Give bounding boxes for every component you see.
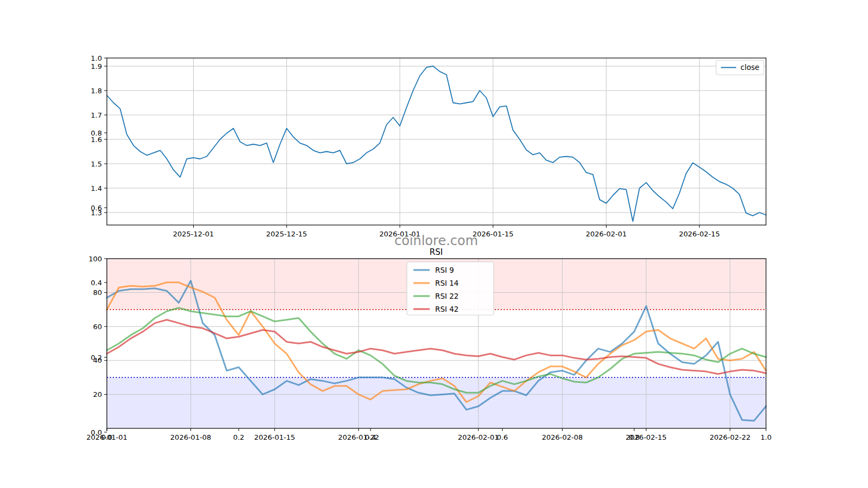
- rsi-legend-label: RSI 14: [435, 279, 458, 287]
- plot-border: [107, 58, 766, 225]
- price-x-tick-label: 2026-02-01: [586, 230, 627, 238]
- figure-y-tick-label: 0.2: [91, 354, 102, 362]
- price-y-tick-label: 1.4: [91, 184, 102, 192]
- price-y-tick-label: 1.5: [91, 160, 102, 168]
- price-y-tick-label: 1.7: [91, 111, 102, 119]
- rsi-y-tick-label: 60: [93, 323, 102, 331]
- close-line: [107, 66, 766, 221]
- price-x-tick-label: 2026-02-15: [679, 230, 720, 238]
- rsi-legend: RSI 9RSI 14RSI 22RSI 42: [407, 262, 494, 315]
- rsi-x-tick-label: 2026-02-08: [542, 433, 583, 441]
- price-y-tick-label: 1.8: [91, 87, 102, 95]
- close-legend-label: close: [741, 63, 760, 72]
- figure-y-tick-label: 0.0: [91, 428, 102, 436]
- rsi-y-tick-label: 80: [93, 288, 102, 297]
- rsi-42-line: [107, 320, 766, 374]
- rsi-title: RSI: [430, 247, 443, 257]
- chart-figure: 2025-12-012025-12-152026-01-012026-01-15…: [0, 0, 868, 488]
- figure-y-tick-label: 0.6: [91, 204, 102, 212]
- rsi-legend-label: RSI 22: [435, 292, 458, 300]
- rsi-y-tick-label: 100: [88, 255, 102, 263]
- price-y-tick-label: 1.9: [91, 62, 102, 70]
- rsi-chart: 2026-01-012026-01-082026-01-152026-01-22…: [86, 255, 766, 442]
- rsi-x-tick-label: 2026-01-15: [254, 433, 295, 441]
- figure-x-tick-label: 0.2: [233, 433, 245, 441]
- price-x-tick-label: 2025-12-15: [266, 230, 308, 238]
- price-x-tick-label: 2026-01-15: [473, 230, 514, 238]
- rsi-legend-label: RSI 42: [435, 305, 458, 313]
- figure-x-tick-label: 0.6: [497, 433, 508, 441]
- figure-x-tick-label: 0.4: [365, 433, 376, 441]
- rsi-x-tick-label: 2026-02-22: [710, 433, 751, 441]
- rsi-x-tick-label: 2026-01-08: [170, 433, 212, 441]
- figure-y-tick-label: 0.8: [91, 129, 102, 137]
- figure-canvas: 2025-12-012025-12-152026-01-012026-01-15…: [0, 0, 868, 488]
- rsi-legend-label: RSI 9: [435, 266, 454, 274]
- figure-x-tick-label: 0.8: [629, 433, 640, 441]
- figure-y-tick-label: 0.4: [91, 279, 102, 287]
- rsi-x-tick-label: 2026-02-01: [458, 433, 499, 441]
- price-legend: close: [716, 60, 764, 75]
- rsi-y-tick-label: 20: [93, 390, 102, 399]
- figure-x-tick-label: 0.0: [101, 433, 113, 441]
- oversold-band: [107, 377, 766, 428]
- watermark: coinlore.com: [394, 233, 478, 248]
- price-chart: 2025-12-012025-12-152026-01-012026-01-15…: [91, 58, 766, 238]
- price-x-tick-label: 2025-12-01: [173, 230, 214, 238]
- figure-x-tick-label: 1.0: [761, 433, 772, 441]
- figure-y-tick-label: 1.0: [91, 54, 102, 62]
